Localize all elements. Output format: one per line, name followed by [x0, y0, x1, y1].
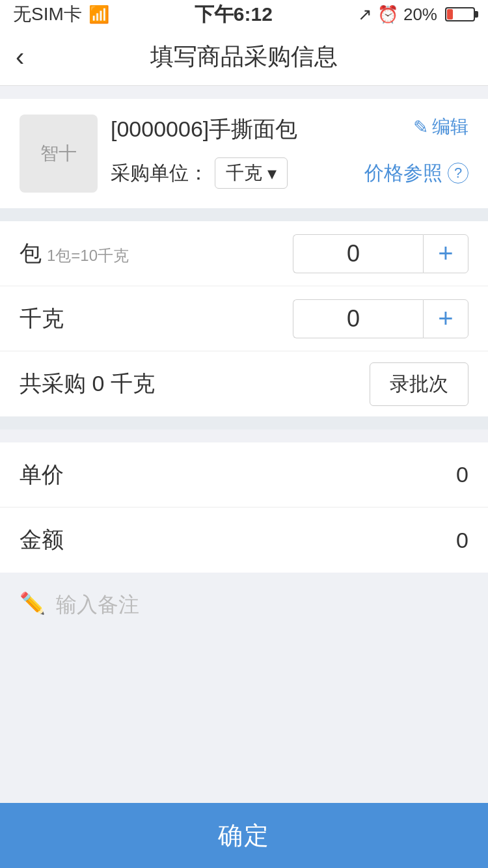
- product-info: [0000006]手撕面包 ✎ 编辑 采购单位： 千克 ▾ 价格参照 ?: [111, 115, 468, 189]
- product-header: [0000006]手撕面包 ✎ 编辑: [111, 115, 468, 144]
- summary-row: 共采购 0 千克 录批次: [0, 351, 488, 416]
- bao-quantity-input[interactable]: [293, 234, 423, 273]
- amount-value: 0: [456, 528, 468, 553]
- edit-label: 编辑: [432, 115, 468, 139]
- amount-row: 金额 0: [0, 508, 488, 573]
- unit-price-value: 0: [456, 462, 468, 487]
- unit-select[interactable]: 千克 ▾: [215, 157, 288, 189]
- carrier-label: 无SIM卡: [13, 2, 82, 27]
- status-right: ↗ ⏰ 20%: [358, 5, 475, 25]
- section-divider-2: [0, 416, 488, 429]
- unit-dropdown-icon: ▾: [267, 163, 277, 184]
- battery-icon: [445, 7, 475, 21]
- summary-text: 共采购 0 千克: [20, 369, 155, 399]
- kg-plus-button[interactable]: +: [423, 299, 468, 338]
- unit-price-row: 单价 0: [0, 442, 488, 508]
- price-ref-icon: ?: [448, 163, 468, 183]
- back-button[interactable]: ‹: [16, 42, 24, 72]
- battery-percent: 20%: [403, 5, 437, 25]
- price-info-section: 单价 0 金额 0: [0, 442, 488, 573]
- bao-label: 包1包=10千克: [20, 239, 129, 269]
- product-unit-row: 采购单位： 千克 ▾ 价格参照 ?: [111, 157, 468, 189]
- edit-icon: ✎: [413, 116, 428, 138]
- kg-quantity-input[interactable]: [293, 299, 423, 338]
- kg-input-wrap: +: [124, 299, 468, 338]
- bao-sub-label: 1包=10千克: [47, 247, 129, 264]
- status-time: 下午6:12: [195, 1, 273, 28]
- section-divider-1: [0, 208, 488, 221]
- alarm-icon: ⏰: [377, 5, 398, 25]
- bao-input-wrap: +: [129, 234, 468, 273]
- notes-icon: ✏️: [20, 591, 46, 616]
- page-title: 填写商品采购信息: [150, 41, 338, 73]
- amount-label: 金额: [20, 525, 64, 555]
- edit-button[interactable]: ✎ 编辑: [413, 115, 468, 139]
- unit-price-label: 单价: [20, 460, 64, 490]
- kg-input-row: 千克 +: [0, 286, 488, 351]
- notes-section[interactable]: ✏️ 输入备注: [0, 573, 488, 703]
- location-icon: ↗: [358, 5, 372, 25]
- status-bar: 无SIM卡 📶 下午6:12 ↗ ⏰ 20%: [0, 0, 488, 29]
- unit-label: 采购单位：: [111, 160, 208, 187]
- confirm-button[interactable]: 确定: [0, 803, 488, 868]
- unit-value: 千克: [226, 161, 262, 185]
- product-card: 智十 [0000006]手撕面包 ✎ 编辑 采购单位： 千克 ▾ 价格参照 ?: [0, 99, 488, 208]
- price-ref-label: 价格参照: [364, 160, 442, 187]
- kg-label: 千克: [20, 304, 124, 334]
- nav-bar: ‹ 填写商品采购信息: [0, 29, 488, 86]
- bao-input-row: 包1包=10千克 +: [0, 221, 488, 286]
- summary-unit: 千克: [111, 371, 155, 396]
- quantity-input-section: 包1包=10千克 + 千克 +: [0, 221, 488, 351]
- notes-placeholder: 输入备注: [56, 591, 139, 619]
- bao-plus-button[interactable]: +: [423, 234, 468, 273]
- wifi-icon: 📶: [88, 5, 109, 25]
- summary-value: 0: [92, 371, 104, 396]
- record-batch-button[interactable]: 录批次: [370, 362, 468, 406]
- price-ref-button[interactable]: 价格参照 ?: [364, 160, 468, 187]
- product-logo-text: 智十: [40, 141, 77, 166]
- product-name: [0000006]手撕面包: [111, 115, 297, 144]
- status-left: 无SIM卡 📶: [13, 2, 109, 27]
- product-thumbnail: 智十: [20, 115, 98, 193]
- summary-label: 共采购: [20, 371, 86, 396]
